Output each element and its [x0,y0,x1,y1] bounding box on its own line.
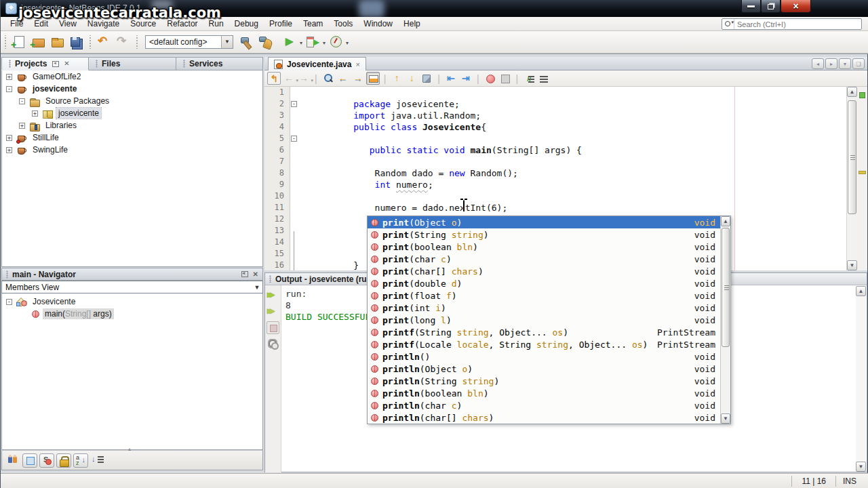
output-toolbar-button[interactable] [267,338,279,350]
code-line[interactable] [300,121,829,133]
menu-item[interactable]: Tools [328,18,358,30]
filter-show-inherited-button[interactable] [5,453,20,468]
project-tree-row[interactable]: + josevicente [2,107,262,119]
completion-item[interactable]: println(char c) void [368,399,721,411]
code-line[interactable]: package josevicente; [300,87,829,98]
tree-expander-icon[interactable]: + [6,74,12,80]
editor-toolbar-icon[interactable] [366,72,380,85]
navigator-class-row[interactable]: - Josevicente [2,296,262,308]
editor-toolbar-icon[interactable] [484,72,497,85]
close-tab-icon[interactable]: × [355,60,359,68]
project-tree-row[interactable]: + Libraries [2,119,262,131]
tree-expander-icon[interactable]: - [6,86,12,92]
completion-item[interactable]: print(String string) void [368,228,721,241]
toolbar-button[interactable] [95,33,113,51]
navigator-view-dropdown[interactable]: Members View ▼ [1,281,263,293]
search-input[interactable] [734,20,861,28]
toolbar-button[interactable] [238,33,256,51]
tree-expander-icon[interactable]: + [6,147,12,153]
code-line[interactable]: import java.util.Random; [300,98,829,110]
filter-fields-button[interactable] [22,453,37,468]
editor-toolbar-icon[interactable] [444,72,458,85]
scrollbar-thumb[interactable] [722,228,730,347]
code-line[interactable]: public class Josevicente{ [300,110,829,121]
scroll-up-icon[interactable]: ▲ [847,87,857,97]
scroll-down-icon[interactable]: ▼ [847,260,857,270]
code-line[interactable]: int numero; [300,167,829,179]
completion-item[interactable]: print(char c) void [368,253,721,265]
project-tree-row[interactable]: + GameOfLife2 [2,70,262,83]
scroll-down-icon[interactable]: ▼ [856,462,866,472]
no-errors-indicator[interactable] [859,92,865,98]
output-toolbar-button[interactable] [267,321,279,334]
project-tree-row[interactable]: + SwingLife [2,144,262,156]
sort-alphabetically-button[interactable]: ↓ [73,453,88,468]
tree-expander-icon[interactable]: + [19,123,25,129]
code-line[interactable]: numero = dado.nextInt(6); [300,190,829,202]
completion-item[interactable]: println(Object o) void [368,363,721,375]
editor-toolbar-icon[interactable] [390,72,403,85]
scrollbar-thumb[interactable] [848,100,856,214]
project-tree-row[interactable]: - Source Packages [2,95,262,107]
menu-item[interactable]: Profile [264,18,298,30]
tab-projects[interactable]: Projects ✕ [1,57,89,70]
completion-item[interactable]: println(String string) void [368,375,721,387]
scroll-tabs-right-button[interactable]: ▸ [825,58,837,69]
completion-item[interactable]: println(boolean bln) void [368,387,721,399]
sort-by-source-button[interactable]: ↓ [90,453,105,468]
tree-expander-icon[interactable]: - [19,98,25,104]
dock-window-icon[interactable] [52,61,59,67]
editor-scrollbar[interactable]: ▲ ▼ [846,87,857,270]
splitter-collapse-icon[interactable]: ▴ [128,446,131,452]
tab-files[interactable]: Files [89,57,176,70]
menu-item[interactable]: Window [358,18,398,30]
editor-toolbar-icon[interactable] [420,72,433,85]
editor-toolbar-icon[interactable] [405,72,418,85]
navigator-method-row[interactable]: main(String[] args) [2,308,262,320]
completion-item[interactable]: print(char[] chars) void [368,265,721,277]
output-scrollbar[interactable]: ▲ ▼ [856,286,866,472]
editor-toolbar-icon[interactable] [498,72,512,85]
scroll-up-icon[interactable]: ▲ [856,286,866,296]
toolbar-grip[interactable] [134,35,139,49]
editor-toolbar-icon[interactable] [282,72,296,85]
filter-static-button[interactable] [39,453,54,468]
editor-toolbar-icon[interactable] [297,72,311,85]
completion-item[interactable]: print(Object o) void [368,216,721,228]
editor-toolbar-icon[interactable] [351,72,365,85]
editor-toolbar-icon[interactable] [267,72,281,85]
editor-toolbar-icon[interactable] [522,72,536,85]
tree-expander-icon[interactable]: - [6,299,12,305]
completion-item[interactable]: print(float f) void [368,289,721,302]
toolbar-button[interactable] [67,33,85,51]
code-line[interactable] [300,179,829,190]
toolbar-button[interactable]: ▾ [328,33,349,51]
scroll-tabs-left-button[interactable]: ◂ [812,58,824,69]
scroll-down-icon[interactable]: ▼ [721,413,730,424]
toolbar-grip[interactable] [87,35,92,49]
completion-scrollbar[interactable]: ▲ ▼ [720,216,730,424]
editor-toolbar-icon[interactable] [537,72,551,85]
fold-collapse-icon[interactable]: - [291,101,297,107]
completion-item[interactable]: println() void [368,350,721,363]
close-panel-icon[interactable]: ✕ [253,271,258,278]
editor-toolbar-icon[interactable] [336,72,350,85]
minimize-button[interactable] [741,0,761,13]
completion-item[interactable]: print(long l) void [368,314,721,326]
warning-mark[interactable] [859,171,866,174]
scroll-up-icon[interactable]: ▲ [721,216,730,226]
editor-toolbar-icon[interactable] [459,72,473,85]
tab-list-button[interactable]: ▾ [839,58,851,69]
close-button[interactable]: × [781,0,811,13]
tree-expander-icon[interactable]: + [6,135,12,141]
code-line[interactable]: Random dado = new Random(); [300,156,829,167]
close-tab-icon[interactable]: ✕ [64,60,69,67]
fold-collapse-icon[interactable]: - [291,136,297,142]
menu-item[interactable]: Help [398,18,426,30]
completion-item[interactable]: print(double d) void [368,277,721,289]
filter-non-public-button[interactable] [56,453,71,468]
project-tree-row[interactable]: + StillLife [2,131,262,144]
completion-item[interactable]: print(int i) void [368,302,721,314]
restore-button[interactable] [761,0,781,13]
toolbar-button[interactable] [257,33,275,51]
